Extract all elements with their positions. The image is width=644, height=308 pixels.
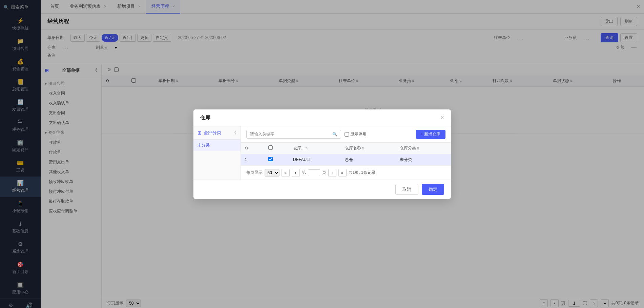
modal-first-page-btn[interactable]: « [282, 169, 290, 177]
modal-row-name: 总仓 [341, 154, 396, 165]
modal-search-icon[interactable]: 🔍 [332, 132, 337, 137]
modal-next-page-btn[interactable]: › [328, 169, 336, 177]
modal-row-category: 未分类 [396, 154, 451, 165]
cancel-button[interactable]: 取消 [395, 184, 418, 195]
modal-prev-page-btn[interactable]: ‹ [292, 169, 300, 177]
modal-select-all[interactable] [268, 145, 273, 150]
modal-page-of-label: 页 [322, 170, 326, 176]
modal-th-gear: ⚙ [241, 143, 264, 154]
modal-table-row[interactable]: 1 DEFAULT 总仓 未分类 [241, 154, 451, 165]
modal-page-size-select[interactable]: 50 [265, 169, 279, 177]
modal-search-box[interactable]: 🔍 [246, 130, 341, 139]
modal-th-code: 仓库...⇅ [289, 143, 341, 154]
modal-table-container: ⚙ 仓库...⇅ 仓库名称⇅ 仓库分类⇅ 1 DEFAULT [241, 143, 451, 166]
modal-table-header: ⚙ 仓库...⇅ 仓库名称⇅ 仓库分类⇅ [241, 143, 451, 154]
modal-search-input[interactable] [250, 132, 330, 137]
modal-last-page-btn[interactable]: » [338, 169, 347, 177]
modal-left-collapse-btn[interactable]: 《 [232, 130, 236, 136]
show-disabled-checkbox[interactable] [345, 132, 349, 137]
modal-table: ⚙ 仓库...⇅ 仓库名称⇅ 仓库分类⇅ 1 DEFAULT [241, 143, 451, 166]
modal-close-button[interactable]: × [440, 114, 444, 121]
modal-row-index: 1 [241, 154, 264, 165]
show-disabled-label[interactable]: 显示停用 [345, 131, 367, 137]
modal-actions: 取消 确定 [193, 180, 451, 199]
modal-th-category: 仓库分类⇅ [396, 143, 451, 154]
modal-row-code: DEFAULT [289, 154, 341, 165]
modal-left-header: ⊞ 全部分类 《 [193, 126, 241, 140]
modal-left-panel: ⊞ 全部分类 《 未分类 [193, 126, 241, 180]
add-warehouse-button[interactable]: + 新增仓库 [416, 130, 445, 139]
modal-th-checkbox [264, 143, 289, 154]
modal-title: 仓库 [200, 115, 210, 121]
show-disabled-text: 显示停用 [350, 131, 367, 137]
modal-page-input[interactable]: 1 [308, 169, 320, 176]
modal-overlay: 仓库 × ⊞ 全部分类 《 未分类 🔍 [0, 0, 644, 308]
modal-page-label: 第 [302, 170, 306, 176]
modal-category-item-unclassified[interactable]: 未分类 [193, 140, 241, 151]
modal-toolbar: 🔍 显示停用 + 新增仓库 [241, 126, 451, 143]
modal-row-checkbox[interactable] [264, 154, 289, 165]
modal-pagination: 每页显示 50 « ‹ 第 1 页 › » 共1页, 1条记录 [241, 166, 451, 180]
modal-total-label: 共1页, 1条记录 [349, 170, 376, 176]
confirm-button[interactable]: 确定 [422, 184, 444, 195]
modal-th-name: 仓库名称⇅ [341, 143, 396, 154]
category-grid-icon: ⊞ [198, 130, 202, 136]
modal-body: ⊞ 全部分类 《 未分类 🔍 显示停用 + 新增仓库 [193, 126, 451, 180]
modal-header: 仓库 × [193, 109, 451, 126]
modal-page-size-label: 每页显示 [246, 170, 263, 176]
modal-right-panel: 🔍 显示停用 + 新增仓库 ⚙ 仓库...⇅ [241, 126, 451, 180]
warehouse-modal: 仓库 × ⊞ 全部分类 《 未分类 🔍 [193, 109, 451, 199]
modal-category-label: 全部分类 [204, 130, 221, 136]
